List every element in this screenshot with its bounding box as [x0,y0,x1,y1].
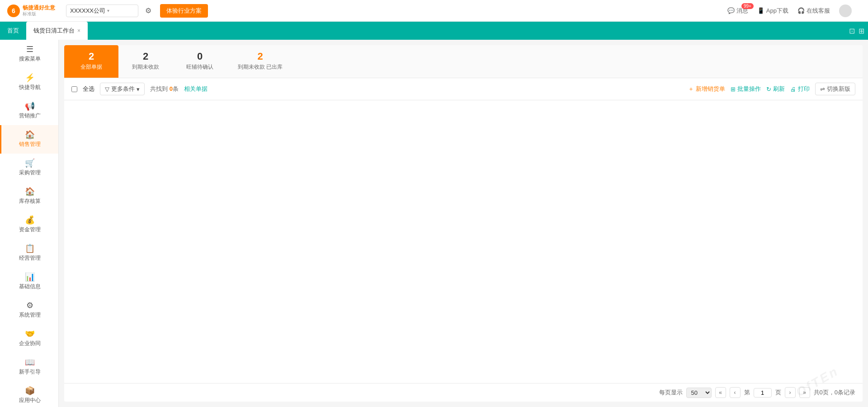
print-button[interactable]: 🖨 打印 [790,85,810,93]
related-label[interactable]: 相关单据 [184,85,208,93]
switch-version-button[interactable]: ⇌ 切换新版 [815,83,855,95]
operation-icon: 📋 [25,244,35,253]
sidebar-item-enterprise[interactable]: 🤝 企业协同 [0,324,58,353]
search-menu-icon: ☰ [26,45,33,53]
toolbar: 全选 ▽ 更多条件 ▾ 共找到 0条 相关单据 ＋ 新增销货单 ⊞ [64,78,863,100]
next-page-button[interactable]: › [785,387,796,398]
batch-icon: ⊞ [731,86,736,93]
system-icon: ⚙ [26,301,33,309]
sidebar-item-label-quick: 快捷导航 [19,84,41,91]
stat-tab-overdue-shipped[interactable]: 2 到期未收款 已出库 [227,45,293,78]
switch-icon: ⇌ [820,86,825,93]
tab-home[interactable]: 首页 [0,22,26,40]
tab-bar-actions: ⊡ ⊞ [849,27,868,35]
batch-button[interactable]: ⊞ 批量操作 [731,85,761,93]
online-service-label: 在线客服 [807,7,830,15]
toolbar-right: ＋ 新增销货单 ⊞ 批量操作 ↻ 刷新 🖨 打印 [688,83,855,95]
purchase-icon: 🛒 [25,159,35,167]
sidebar-item-search-menu[interactable]: ☰ 搜索菜单 [0,40,58,68]
logo-area: 6 畅捷通好生意 标准版 [7,5,66,17]
stat-tab-wangwang[interactable]: 0 旺辅待确认 [173,45,227,78]
stat-label-overdue-shipped: 到期未收款 已出库 [238,63,283,71]
sidebar-item-finance[interactable]: 💰 资金管理 [0,211,58,239]
batch-label: 批量操作 [737,85,761,93]
company-name: XXXXXX公司 [70,7,105,15]
sidebar-item-basic-info[interactable]: 📊 基础信息 [0,267,58,296]
filter-icon: ▽ [105,86,109,93]
stat-count-overdue: 2 [143,51,148,62]
avatar[interactable] [839,5,852,17]
last-page-button[interactable]: » [799,387,810,398]
sidebar-item-label-operation: 经营管理 [19,254,41,262]
add-icon: ＋ [688,85,694,93]
service-icon: 🎧 [797,7,805,14]
app-download-icon: 📱 [757,7,764,14]
sidebar-item-marketing[interactable]: 📢 营销推广 [0,97,58,125]
select-all-checkbox[interactable] [71,86,77,92]
switch-label: 切换新版 [827,85,850,93]
sidebar: ☰ 搜索菜单 ⚡ 快捷导航 📢 营销推广 🏠 销售管理 🛒 采购管理 🏠 库存核… [0,40,59,407]
stats-tabs: 2 全部单据 2 到期未收款 0 旺辅待确认 2 到期未收款 已出库 [64,45,863,78]
page-label: 第 [744,388,750,397]
message-button[interactable]: 💬 消息 99+ [727,7,748,15]
filter-label: 更多条件 [111,85,135,93]
refresh-button[interactable]: ↻ 刷新 [766,85,785,93]
sidebar-item-quick-nav[interactable]: ⚡ 快捷导航 [0,68,58,97]
company-selector[interactable]: XXXXXX公司 ▾ [66,5,138,17]
online-service-button[interactable]: 🎧 在线客服 [797,7,830,15]
logo-text: 畅捷通好生意 标准版 [23,5,55,16]
filter-button[interactable]: ▽ 更多条件 ▾ [100,83,145,95]
found-count: 0 [170,85,173,92]
add-sale-button[interactable]: ＋ 新增销货单 [688,85,725,93]
quick-nav-icon: ⚡ [25,74,35,82]
refresh-label: 刷新 [773,85,785,93]
finance-icon: 💰 [25,216,35,224]
table-area [64,100,863,383]
page-info: 共0页，0条记录 [814,388,855,397]
sidebar-item-system[interactable]: ⚙ 系统管理 [0,296,58,324]
sidebar-item-app-center[interactable]: 📦 应用中心 [0,381,58,407]
sidebar-item-label-finance: 资金管理 [19,226,41,234]
inventory-icon: 🏠 [25,187,35,196]
tab-minimize-icon[interactable]: ⊡ [849,27,855,35]
refresh-icon: ↻ [766,86,771,93]
marketing-icon: 📢 [25,102,35,110]
logo-main: 畅捷通好生意 [23,5,55,11]
page-size-select[interactable]: 50 100 200 [686,388,712,398]
sidebar-item-operation[interactable]: 📋 经营管理 [0,239,58,267]
stat-label-all: 全部单据 [80,63,102,71]
stat-tab-all[interactable]: 2 全部单据 [64,45,118,78]
select-all-label: 全选 [83,85,94,93]
sidebar-item-label-basic: 基础信息 [19,283,41,290]
sidebar-item-sales[interactable]: 🏠 销售管理 [0,125,58,154]
stat-count-overdue-shipped: 2 [258,51,263,62]
filter-chevron-icon: ▾ [137,86,140,93]
gear-button[interactable]: ⚙ [142,5,155,17]
sidebar-item-inventory[interactable]: 🏠 库存核算 [0,182,58,211]
top-header: 6 畅捷通好生意 标准版 XXXXXX公司 ▾ ⚙ 体验行业方案 💬 消息 99… [0,0,868,22]
tab-maximize-icon[interactable]: ⊞ [859,27,864,35]
app-download-button[interactable]: 📱 App下载 [757,7,788,15]
prev-page-button[interactable]: ‹ [730,387,741,398]
sidebar-item-newbie[interactable]: 📖 新手引导 [0,353,58,381]
sidebar-item-purchase[interactable]: 🛒 采购管理 [0,154,58,182]
stat-tab-overdue[interactable]: 2 到期未收款 [118,45,173,78]
first-page-button[interactable]: « [715,387,726,398]
sidebar-item-label-inventory: 库存核算 [19,197,41,205]
sidebar-item-label-enterprise: 企业协同 [19,340,41,347]
stat-count-all: 2 [89,51,94,62]
page-number-input[interactable] [754,388,772,398]
sidebar-item-label-system: 系统管理 [19,311,41,319]
tab-close-icon[interactable]: × [77,28,80,34]
found-text: 共找到 0条 [150,85,179,93]
basic-info-icon: 📊 [25,273,35,281]
trial-button[interactable]: 体验行业方案 [160,4,208,18]
sidebar-item-label-sales: 销售管理 [19,140,41,148]
content-area: 2 全部单据 2 到期未收款 0 旺辅待确认 2 到期未收款 已出库 [59,40,868,407]
logo-sub: 标准版 [23,11,55,17]
stat-label-wangwang: 旺辅待确认 [186,63,213,71]
stat-count-wangwang: 0 [197,51,203,62]
tab-work[interactable]: 钱货日清工作台 × [26,22,88,40]
sidebar-item-label-app: 应用中心 [19,397,41,404]
enterprise-icon: 🤝 [25,330,35,338]
